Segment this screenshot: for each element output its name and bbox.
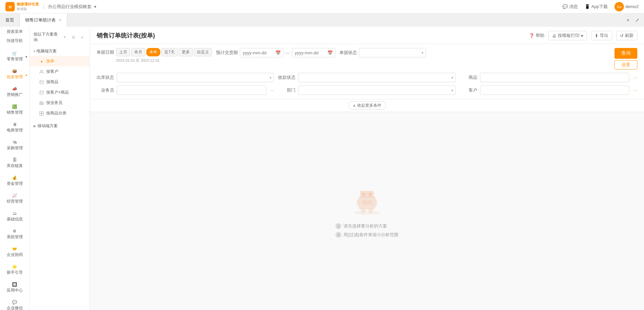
salesperson-label: 业务员 <box>97 87 114 93</box>
pc-scheme-group-header[interactable]: ▾ 电脑端方案 <box>30 46 90 56</box>
sidebar-item-basic[interactable]: 🗂 基础信息 <box>0 208 29 225</box>
settings-btn[interactable]: 设置 <box>614 60 637 69</box>
message-icon: 💬 <box>562 4 568 9</box>
out-status-select[interactable] <box>117 73 274 82</box>
sidebar-item-wechat[interactable]: 💬 企业微信 <box>0 297 29 310</box>
top-bar-right: 💬 消息 📱 App下载 Ea demo2 <box>562 2 639 11</box>
date-options: 上月 本月 本年 近7天 更多 自定义 <box>116 48 212 56</box>
goods-input[interactable] <box>480 73 630 82</box>
svg-rect-3 <box>40 81 43 84</box>
help-btn[interactable]: ❓ 帮助 <box>529 33 544 39</box>
svg-rect-11 <box>42 111 44 113</box>
payment-status-field: 收款状态 ▾ <box>278 73 455 82</box>
triangle-down-icon: ▾ <box>34 49 35 53</box>
date-btn-this-month[interactable]: 本月 <box>131 48 145 56</box>
salesperson-more-btn[interactable]: ··· <box>270 88 274 93</box>
refresh-btn[interactable]: ↺ 刷新 <box>616 31 637 40</box>
svg-rect-13 <box>42 113 44 115</box>
scheme-by-customer[interactable]: 按客户 <box>30 66 90 77</box>
sidebar-item-operations[interactable]: 📈 经营管理 <box>0 190 29 208</box>
expected-date-field: 预计交货期 📅 — 📅 <box>216 48 335 57</box>
customer-input[interactable] <box>480 86 630 95</box>
tab-home[interactable]: 首页 <box>0 13 20 27</box>
date-btn-this-year[interactable]: 本年 <box>146 48 160 56</box>
sidebar-item-sales[interactable]: 💹 销售管理 <box>0 101 29 119</box>
query-btn[interactable]: 查询 <box>614 48 637 59</box>
empty-state: 1 请先选择要分析的方案 2 用[过滤]条件来缩小分析范围 <box>90 112 644 310</box>
collapse-filters-btn[interactable]: ∧ 收起更多条件 <box>348 101 386 110</box>
sidebar-item-finance[interactable]: 💰 资金管理 <box>0 172 29 190</box>
tip-num-1: 1 <box>335 223 341 229</box>
sidebar-item-purchase[interactable]: 🛍 采购管理 <box>0 137 29 154</box>
svg-rect-21 <box>362 200 372 205</box>
mobile-scheme-group: ▶ 移动端方案 <box>30 120 90 132</box>
scheme-settings-btn[interactable]: ⊙ <box>70 34 77 41</box>
goods-more-btn[interactable]: ··· <box>633 75 637 80</box>
customer-more-btn[interactable]: ··· <box>633 88 637 93</box>
calendar-end-icon: 📅 <box>327 50 333 55</box>
mobile-scheme-group-header[interactable]: ▶ 移动端方案 <box>30 121 90 131</box>
print-icon: 🖨 <box>552 33 556 38</box>
empty-tip-2: 2 用[过滤]条件来缩小分析范围 <box>335 232 398 238</box>
sidebar-item-inventory[interactable]: 🗄 库存核算 <box>0 154 29 172</box>
sidebar-item-system[interactable]: ⚙ 系统管理 <box>0 225 29 243</box>
order-icon: ● <box>39 59 44 64</box>
doc-status-field: 单据状态 ▾ <box>339 48 426 57</box>
tab-close-icon[interactable]: × <box>59 18 61 22</box>
date-btn-custom[interactable]: 自定义 <box>194 48 212 56</box>
template-print-btn[interactable]: 🖨 按模板打印 ▾ <box>548 31 587 40</box>
sidebar-item-appstore[interactable]: 🔲 应用中心 <box>0 279 29 297</box>
app-download-btn[interactable]: 📱 App下载 <box>585 4 608 10</box>
tab-sales-order-stats[interactable]: 销售订单统计表 × <box>20 13 67 27</box>
sidebar-quick-nav[interactable]: 快捷导航 <box>0 37 29 45</box>
svg-rect-10 <box>40 111 42 113</box>
doc-status-select[interactable] <box>359 48 426 57</box>
scheme-by-salesperson[interactable]: 按业务员 <box>30 98 90 108</box>
window-close-btn[interactable]: × <box>624 16 632 24</box>
logo-area: 好 畅捷通好生意 标准版 <box>5 2 39 11</box>
industry-dropdown[interactable]: ▾ <box>94 4 96 9</box>
salesperson-input[interactable] <box>117 86 266 95</box>
page-header: 销售订单统计表(按单) ❓ 帮助 🖨 按模板打印 ▾ ⬆ 导出 ↺ 刷新 <box>90 27 644 44</box>
window-maximize-btn[interactable]: ⤢ <box>633 16 641 24</box>
query-actions: 查询 设置 <box>614 48 637 69</box>
salesperson-scheme-icon <box>39 100 44 106</box>
collapse-bar: ∧ 收起更多条件 <box>90 99 644 112</box>
department-select[interactable] <box>298 86 455 95</box>
customer-field: 客户 ··· <box>460 86 637 95</box>
collapse-panel-btn[interactable]: « <box>79 34 86 41</box>
user-avatar-area[interactable]: Ea demo2 <box>614 2 639 11</box>
svg-rect-9 <box>43 103 44 105</box>
date-range-text: 2023-01-01 至 2023-12-31 <box>116 58 160 62</box>
sidebar-item-ecommerce[interactable]: 🖥 电商管理 <box>0 119 29 137</box>
sidebar: 搜索菜单 快捷导航 🛒 零售管理 ▾ 📦 批发管理 ▴ 📣 营销推广 💹 销售管… <box>0 27 30 310</box>
scheme-by-customer-goods[interactable]: 按客户+商品 <box>30 87 90 98</box>
payment-status-select[interactable] <box>298 73 455 82</box>
sidebar-item-wholesale[interactable]: 📦 批发管理 ▴ <box>0 65 29 83</box>
date-btn-more[interactable]: 更多 <box>179 48 193 56</box>
expected-date-start-wrapper: 📅 <box>240 48 283 57</box>
message-btn[interactable]: 💬 消息 <box>562 4 578 10</box>
salesperson-field: 业务员 ··· <box>97 86 274 95</box>
export-btn[interactable]: ⬆ 导出 <box>591 31 612 40</box>
sidebar-item-newbie[interactable]: 🌟 新手引导 <box>0 261 29 279</box>
scheme-by-order[interactable]: ● 按单 <box>30 56 90 66</box>
svg-text:好: 好 <box>8 5 12 9</box>
export-icon: ⬆ <box>595 33 598 38</box>
svg-point-17 <box>362 193 365 196</box>
add-scheme-btn[interactable]: + <box>61 34 68 41</box>
scheme-by-category[interactable]: 按商品分类 <box>30 108 90 118</box>
sidebar-item-retail[interactable]: 🛒 零售管理 ▾ <box>0 48 29 65</box>
svg-rect-12 <box>40 113 42 115</box>
sidebar-item-marketing[interactable]: 📣 营销推广 <box>0 83 29 101</box>
date-btn-last-month[interactable]: 上月 <box>116 48 130 56</box>
customer-goods-icon <box>39 90 44 95</box>
tab-bar-controls: × ⤢ <box>624 16 644 24</box>
sidebar-item-enterprise[interactable]: 🤝 企业协同 <box>0 243 29 261</box>
scheme-by-goods[interactable]: 按商品 <box>30 77 90 87</box>
tip-num-2: 2 <box>335 232 341 238</box>
top-bar: 好 畅捷通好生意 标准版 | 办公用品行业模拟账套 ▾ 💬 消息 📱 App下载… <box>0 0 644 13</box>
sidebar-search[interactable]: 搜索菜单 <box>0 27 29 37</box>
date-btn-7days[interactable]: 近7天 <box>161 48 178 56</box>
industry-title: 办公用品行业模拟账套 <box>48 4 92 10</box>
